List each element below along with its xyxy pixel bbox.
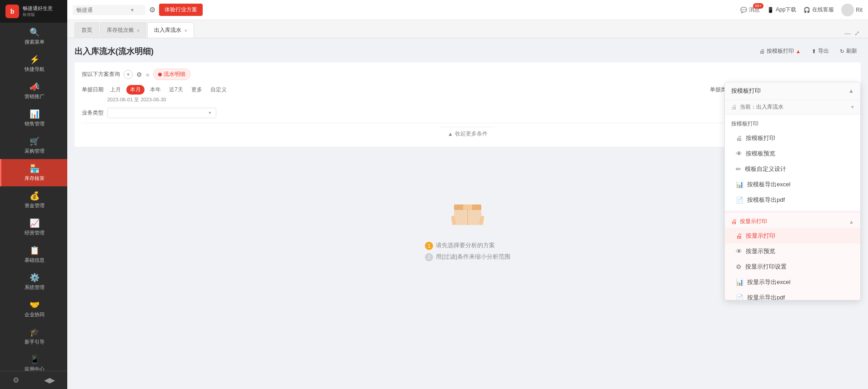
display-print-section: 🖨 按显示打印 ▲ 🖨 按显示打印 👁 按显示预览 [725, 212, 860, 300]
app-download-label: App下载 [776, 6, 796, 14]
template-pdf-item-label: 按模板导出pdf [747, 196, 785, 204]
print-chevron-icon[interactable]: ▲ [796, 49, 801, 54]
sidebar-item-finance[interactable]: 💰 资金管理 [0, 186, 67, 214]
search-input[interactable] [76, 7, 131, 13]
template-print-btn[interactable]: 🖨 按模板打印 ▲ [756, 45, 804, 57]
template-excel-item[interactable]: 📊 按模板导出excel [725, 177, 860, 192]
sidebar-item-guide[interactable]: 🎓 新手引导 [0, 323, 67, 350]
date-btn-last-month[interactable]: 上月 [107, 85, 124, 95]
sidebar-item-operations[interactable]: 📈 经营管理 [0, 214, 67, 241]
display-pdf-item[interactable]: 📄 按显示导出pdf [725, 290, 860, 300]
empty-step-1: 1 请先选择要分析的方案 [425, 241, 510, 250]
display-pdf-item-label: 按显示导出pdf [747, 294, 785, 300]
sidebar-item-quick-nav[interactable]: ⚡ 快捷导航 [0, 50, 67, 77]
active-filter-chip[interactable]: 流水明细 [153, 69, 190, 80]
sidebar-settings-icon[interactable]: ⚙ [13, 376, 19, 384]
sidebar-item-cooperation[interactable]: 🤝 企业协同 [0, 295, 67, 323]
message-btn[interactable]: 💬 消息 99+ [740, 6, 760, 14]
tab-inventory-batch-close-icon[interactable]: × [137, 28, 140, 33]
filter-collapse-icon[interactable]: « [146, 71, 150, 78]
app-download-btn[interactable]: 📱 App下载 [767, 6, 796, 14]
refresh-btn[interactable]: ↻ 刷新 [836, 45, 861, 57]
trial-btn[interactable]: 体验行业方案 [159, 4, 203, 16]
sidebar-item-purchase[interactable]: 🛒 采购管理 [0, 132, 67, 159]
date-btn-this-month[interactable]: 本月 [126, 85, 145, 95]
template-print-section: 按模板打印 🖨 按模板打印 👁 按模板预览 ✏ [725, 115, 860, 209]
sidebar-sales-icon: 📊 [30, 109, 40, 119]
template-custom-item-label: 模板自定义设计 [745, 165, 786, 173]
date-btn-custom[interactable]: 自定义 [208, 85, 229, 95]
logo-badge: 标准版 [23, 12, 53, 18]
window-minimize-icon[interactable]: — [843, 29, 852, 38]
template-preview-item-label: 按模板预览 [746, 150, 775, 158]
export-btn[interactable]: ⬆ 导出 [808, 45, 833, 57]
display-print-item-label: 按显示打印 [746, 232, 775, 240]
template-print-label: 按模板打印 [767, 47, 794, 55]
empty-steps-list: 1 请先选择要分析的方案 2 用[过滤]条件来缩小分析范围 [425, 241, 510, 264]
sidebar-item-sales[interactable]: 📊 销售管理 [0, 105, 67, 132]
display-settings-item[interactable]: ⚙ 按显示打印设置 [725, 259, 860, 274]
topbar-gear-icon[interactable]: ⚙ [149, 5, 155, 14]
user-name: Rit [856, 7, 863, 13]
sidebar-item-inventory[interactable]: 🏪 库存核算 [0, 159, 67, 186]
tab-flow-close-icon[interactable]: × [184, 28, 187, 33]
user-profile-btn[interactable]: Rit [841, 4, 863, 16]
online-service-label: 在线客服 [812, 6, 834, 14]
tab-home-label: 首页 [81, 26, 92, 34]
display-section-title: 🖨 按显示打印 [731, 218, 767, 225]
display-print-item[interactable]: 🖨 按显示打印 [725, 228, 860, 244]
display-preview-item[interactable]: 👁 按显示预览 [725, 244, 860, 259]
tab-inventory-batch-label: 库存批次账 [107, 26, 134, 34]
business-type-select[interactable]: ▾ [107, 108, 216, 118]
template-preview-item[interactable]: 👁 按模板预览 [725, 146, 860, 161]
sidebar-item-search[interactable]: 🔍 搜索菜单 [0, 23, 67, 50]
collapse-more-btn[interactable]: ▲ 收起更多条件 [440, 127, 495, 140]
search-box[interactable]: ▾ [73, 5, 145, 15]
sidebar-bottom: ⚙ ◀▶ [0, 371, 67, 389]
tab-home[interactable]: 首页 [75, 22, 99, 38]
sidebar-item-app-center[interactable]: 📱 应用中心 [0, 350, 67, 371]
avatar [841, 4, 854, 16]
date-btn-more[interactable]: 更多 [189, 85, 205, 95]
sidebar-quick-nav-icon: ⚡ [30, 55, 40, 65]
template-section-title: 按模板打印 [731, 120, 758, 128]
sidebar-purchase-label: 采购管理 [25, 148, 45, 155]
template-custom-item[interactable]: ✏ 模板自定义设计 [725, 161, 860, 177]
sidebar-system-label: 系统管理 [25, 284, 45, 291]
display-settings-item-icon: ⚙ [736, 263, 742, 270]
template-pdf-item[interactable]: 📄 按模板导出pdf [725, 192, 860, 208]
date-btn-this-year[interactable]: 本年 [147, 85, 164, 95]
dropdown-panel-chevron-icon[interactable]: ▲ [848, 88, 854, 94]
dropdown-scroll: 🖨 当前：出入库流水 ▾ 按模板打印 🖨 [725, 100, 860, 300]
tab-inventory-batch[interactable]: 库存批次账 × [100, 22, 146, 38]
sidebar-item-system[interactable]: ⚙️ 系统管理 [0, 268, 67, 295]
sidebar-collapse-icon[interactable]: ◀▶ [44, 376, 55, 384]
filter-add-btn[interactable]: + [124, 70, 133, 79]
template-pdf-item-icon: 📄 [736, 196, 743, 204]
template-print-item[interactable]: 🖨 按模板打印 [725, 130, 860, 146]
filter-header: 按以下方案查询 + ⚙ « 流水明细 [82, 69, 853, 80]
template-excel-item-label: 按模板导出excel [747, 180, 790, 189]
tab-flow[interactable]: 出入库流水 × [147, 22, 194, 38]
display-excel-item[interactable]: 📊 按显示导出excel [725, 274, 860, 290]
window-controls: — ⤢ [843, 29, 861, 38]
tab-flow-label: 出入库流水 [154, 26, 181, 34]
message-badge: 99+ [753, 3, 763, 9]
display-pdf-item-icon: 📄 [736, 294, 743, 300]
template-section-label: 按模板打印 [731, 120, 758, 128]
sidebar-operations-icon: 📈 [30, 218, 40, 228]
sidebar-inventory-label: 库存核算 [25, 175, 45, 182]
date-btn-7days[interactable]: 近7天 [166, 85, 186, 95]
filter-setting-icon[interactable]: ⚙ [136, 71, 142, 78]
display-section-arrow-icon[interactable]: ▲ [849, 219, 854, 224]
date-range-text: 2023-06-01 至 2023-06-30 [107, 97, 166, 102]
main-content: ▾ ⚙ 体验行业方案 💬 消息 99+ 📱 App下载 🎧 在线客服 [67, 0, 868, 389]
window-restore-icon[interactable]: ⤢ [853, 29, 861, 38]
search-chevron-icon[interactable]: ▾ [131, 7, 134, 13]
online-service-btn[interactable]: 🎧 在线客服 [803, 6, 834, 14]
display-excel-item-icon: 📊 [736, 279, 743, 286]
sidebar-item-basic-info[interactable]: 📋 基础信息 [0, 241, 67, 268]
current-arrow-icon[interactable]: ▾ [851, 104, 854, 110]
sidebar-item-marketing[interactable]: 📣 营销推广 [0, 77, 67, 105]
display-section-header: 🖨 按显示打印 ▲ [725, 214, 860, 228]
